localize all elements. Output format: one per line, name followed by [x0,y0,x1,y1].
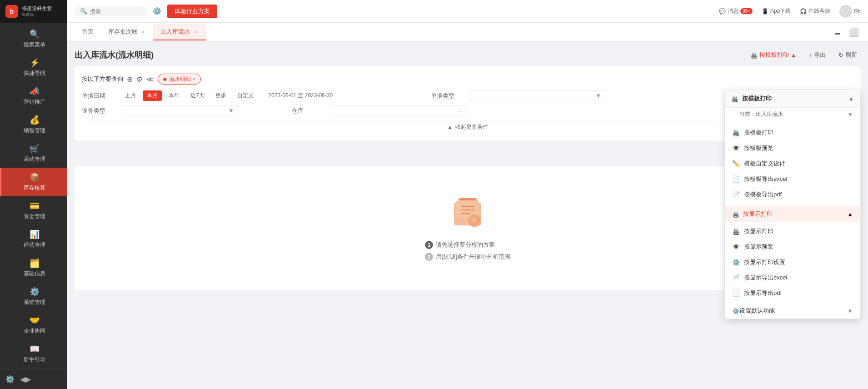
dropdown-item-display-settings[interactable]: ⚙️ 按显示打印设置 [725,254,860,270]
sidebar-item-inventory[interactable]: 📦 库存核算 [0,168,67,196]
date-range: 2023-06-01 至 2023-06-30 [269,92,333,100]
warehouse-more-icon[interactable]: ··· [457,107,462,114]
tab-batch-close[interactable]: × [140,29,146,35]
sidebar-item-label: 企业协同 [24,327,45,335]
template-pdf-icon: 📄 [732,191,739,198]
sidebar-item-marketing[interactable]: 📣 营销推广 [0,82,67,110]
tabs-right: 🗕 ⬜ [832,25,861,39]
add-filter-icon[interactable]: ⊕ [127,75,133,84]
display-section: 🖨️ 按显示打印 👁️ 按显示预览 ⚙️ 按显示打印设置 📄 按显示导出exce… [725,222,860,303]
tab-restore-icon[interactable]: 🗕 [832,25,843,39]
date-btn-more[interactable]: 更多 [211,90,230,101]
export-btn[interactable]: ↑ 导出 [806,49,830,61]
sidebar-item-sales[interactable]: 💰 销售管理 [0,110,67,139]
dropdown-item-template-print[interactable]: 🖨️ 按模板打印 [725,125,860,140]
search-input[interactable] [90,8,135,15]
template-section: 🖨️ 按模板打印 👁️ 按模板预览 ✏️ 模板自定义设计 📄 按模板导出exce… [725,123,860,204]
online-service-btn[interactable]: 🎧 在线客服 [800,7,830,15]
sidebar-item-finance[interactable]: 💳 资金管理 [0,196,67,225]
display-preview-label: 按显示预览 [744,243,853,251]
dropdown-item-display-print[interactable]: 🖨️ 按显示打印 [725,224,860,239]
printer-icon: 🖨️ [750,52,758,59]
message-btn[interactable]: 💬 消息 99+ [719,7,753,15]
date-btn-custom[interactable]: 自定义 [233,90,258,101]
topbar-gear-icon[interactable]: ⚙️ [153,7,162,15]
sidebar-item-operations[interactable]: 📊 经营管理 [0,225,67,254]
sidebar-item-enterprise[interactable]: 🤝 企业协同 [0,311,67,339]
sidebar-item-basic[interactable]: 🗂️ 基础信息 [0,254,67,282]
filter-tag-close[interactable]: × [193,76,196,82]
tab-batch[interactable]: 库存批次账 × [101,24,153,40]
default-settings-icon: ⚙️ [732,308,739,314]
page-actions: 🖨️ 按模板打印 ▲ ↑ 导出 ↻ 刷新 [747,49,861,61]
sidebar-item-guide[interactable]: 📖 新手引导 [0,339,67,368]
topbar-search-box[interactable]: 🔍 [75,6,147,16]
display-preview-icon: 👁️ [732,243,739,250]
online-service-label: 在线客服 [808,7,830,15]
tab-batch-label: 库存批次账 [108,28,138,36]
dropdown-item-template-preview[interactable]: 👁️ 按模板预览 [725,140,860,156]
shortcut-icon: ⚡ [30,58,40,68]
industry-btn[interactable]: 体验行业方案 [167,5,217,18]
dropdown-item-display-excel[interactable]: 📄 按显示导出excel [725,270,860,285]
tab-home[interactable]: 首页 [75,24,101,40]
sidebar-item-label: 销售管理 [24,127,45,135]
filter-tag[interactable]: ● 流水明细 × [158,74,201,85]
display-excel-label: 按显示导出excel [744,274,853,282]
message-label: 消息 [728,7,738,15]
dropdown-item-template-pdf[interactable]: 📄 按模板导出pdf [725,187,860,202]
chevron-up-icon: ▲ [791,52,797,59]
tab-home-label: 首页 [82,28,94,36]
dropdown-header: 🖨️ 按模板打印 ▲ [725,90,860,108]
display-section-icon: 🖨️ [732,211,739,218]
filter-settings-icon[interactable]: ⚙ [136,75,143,84]
sidebar: b 畅捷通好生意 标准版 🔍 搜索菜单 ⚡ 快捷导航 📣 营销推广 💰 销售管理… [0,0,67,389]
date-btn-7days[interactable]: 近7天 [186,90,209,101]
sidebar-logo: b 畅捷通好生意 标准版 [0,0,67,23]
date-btn-prev-month[interactable]: 上月 [121,90,140,101]
topbar-search-icon: 🔍 [80,8,87,15]
dropdown-item-template-custom[interactable]: ✏️ 模板自定义设计 [725,156,860,171]
tab-maximize-icon[interactable]: ⬜ [847,25,861,39]
dropdown-collapse-icon[interactable]: ▲ [848,95,854,102]
sidebar-nav: 🔍 搜索菜单 ⚡ 快捷导航 📣 营销推广 💰 销售管理 🛒 采购管理 📦 库存核… [0,23,67,369]
sidebar-item-system[interactable]: ⚙️ 系统管理 [0,282,67,311]
filter-tag-label: 流水明细 [169,75,191,83]
warehouse-label: 仓库 [292,107,324,115]
user-avatar-btn[interactable]: Rit [839,5,861,18]
sidebar-item-search[interactable]: 🔍 搜索菜单 [0,25,67,53]
doc-type-select[interactable]: ▼ [470,90,606,101]
tab-flow[interactable]: 出入库流水 × [153,24,205,40]
refresh-label: 刷新 [845,51,857,59]
svg-text:?: ? [472,217,476,224]
dropdown-item-display-pdf[interactable]: 📄 按显示导出pdf [725,285,860,301]
tab-flow-close[interactable]: × [193,29,198,35]
dropdown-print-menu: 🖨️ 按模板打印 ▲ 当前： 出入库流水 ▼ 🖨️ 按模板打印 👁️ [724,90,861,319]
dropdown-footer[interactable]: ⚙️ 设置默认功能 ▼ [725,303,860,319]
app-download-btn[interactable]: 📱 App下载 [762,7,791,15]
settings-icon[interactable]: ⚙️ [5,375,15,384]
display-pdf-label: 按显示导出pdf [744,289,853,297]
phone-icon: 📱 [762,8,768,15]
display-section-label: 按显示打印 [743,210,773,218]
sidebar-item-purchase[interactable]: 🛒 采购管理 [0,139,67,168]
sidebar-item-shortcut[interactable]: ⚡ 快捷导航 [0,53,67,82]
date-btn-this-year[interactable]: 本年 [165,90,184,101]
sales-icon: 💰 [30,115,40,125]
filter-collapse-icon[interactable]: ≪ [146,75,154,84]
dropdown-item-display-preview[interactable]: 👁️ 按显示预览 [725,239,860,254]
collapse-sidebar-icon[interactable]: ◀▶ [20,375,31,384]
biz-type-select[interactable]: ▼ [121,105,239,116]
filter-by-label: 按以下方案查询 [82,75,123,83]
warehouse-select[interactable]: ··· [331,105,467,116]
date-btn-this-month[interactable]: 本月 [143,90,162,101]
refresh-btn[interactable]: ↻ 刷新 [835,49,861,61]
dropdown-item-template-excel[interactable]: 📄 按模板导出excel [725,171,860,187]
app-download-label: App下载 [770,7,791,15]
filter-tag-dot: ● [163,75,167,83]
operations-icon: 📊 [30,229,40,239]
print-template-btn[interactable]: 🖨️ 按模板打印 ▲ [747,49,800,61]
display-settings-icon: ⚙️ [732,259,739,266]
empty-illustration: ? [445,194,490,230]
display-section-header[interactable]: 🖨️ 按显示打印 ▲ [725,206,860,222]
